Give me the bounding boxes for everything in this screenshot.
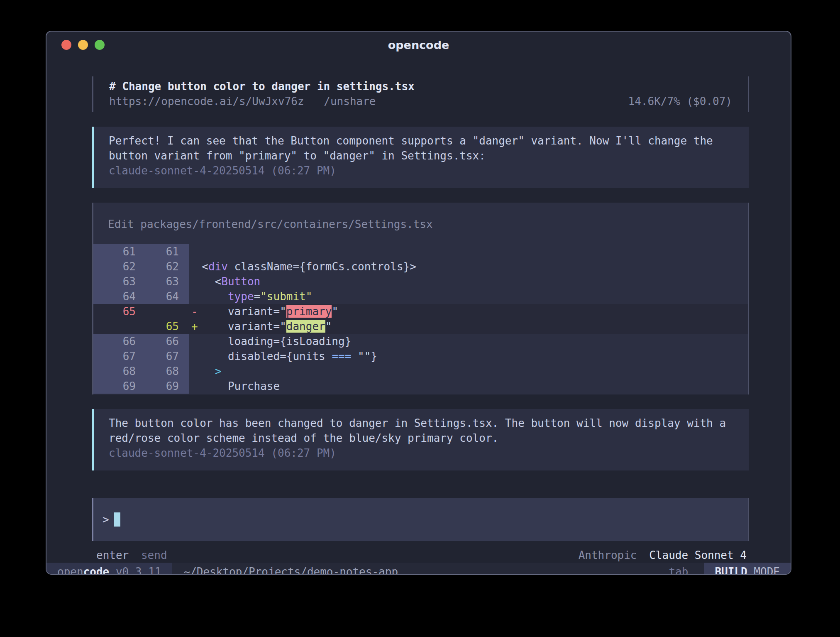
old-line-number: 66 (93, 334, 140, 349)
edit-tool-title: Edit packages/frontend/src/containers/Se… (93, 203, 748, 244)
diff-line-numbers: 6767 (93, 349, 189, 364)
diff-code-line: - variant="primary" (189, 304, 748, 319)
code-segment: < (189, 260, 208, 273)
close-button[interactable] (61, 40, 71, 50)
assistant-message-text: Perfect! I can see that the Button compo… (109, 133, 733, 163)
code-segment: " (332, 305, 338, 318)
diff-code-line: > (189, 364, 748, 379)
diff-row: 6262 <div className={formCs.controls}> (93, 259, 748, 274)
diff-line-numbers: 6666 (93, 334, 189, 349)
diff-view: 61616262 <div className={formCs.controls… (93, 244, 748, 394)
session-subheader: https://opencode.ai/s/UwJxv76z /unshare … (109, 94, 732, 109)
diff-row: 65- variant="primary" (93, 304, 748, 319)
opencode-terminal-window: opencode # Change button color to danger… (46, 31, 791, 575)
code-segment: div (208, 260, 228, 273)
diff-code-line (189, 244, 748, 259)
diff-code-line: type="submit" (189, 289, 748, 304)
diff-code-line: <div className={formCs.controls}> (189, 259, 748, 274)
traffic-lights (61, 32, 105, 58)
code-segment: variant=" (189, 305, 286, 318)
diff-line-numbers: 6262 (93, 259, 189, 274)
code-segment: loading={isLoading} (189, 335, 351, 348)
app-version: v0.3.11 (109, 566, 161, 575)
diff-row: 6868 > (93, 364, 748, 379)
status-bar-left: opencode v0.3.11 ~/Desktop/Projects/demo… (46, 563, 669, 575)
old-line-number: 63 (93, 274, 140, 289)
session-header: # Change button color to danger in setti… (92, 76, 749, 112)
diff-code-line: Purchase (189, 379, 748, 394)
working-directory: ~/Desktop/Projects/demo-notes-app (183, 563, 398, 575)
code-segment: = (254, 290, 261, 303)
removed-marker: - (191, 304, 198, 319)
code-segment: === (332, 350, 351, 363)
provider-label: Anthropic (579, 549, 637, 561)
diff-line-numbers: 65 (93, 304, 189, 319)
diff-code-line: loading={isLoading} (189, 334, 748, 349)
model-label: Claude Sonnet 4 (649, 549, 747, 561)
old-line-number: 65 (93, 304, 140, 319)
window-title: opencode (388, 39, 449, 51)
text-cursor (114, 512, 120, 527)
old-line-number: 69 (93, 379, 140, 394)
status-bar-right: tab BUILD MODE (669, 563, 791, 575)
new-line-number (140, 304, 189, 319)
old-line-number (93, 319, 140, 334)
diff-row: 6464 type="submit" (93, 289, 748, 304)
diff-line-numbers: 65 (93, 319, 189, 334)
zoom-button[interactable] (95, 40, 105, 50)
diff-line-numbers: 6363 (93, 274, 189, 289)
code-segment: > (215, 365, 222, 377)
assistant-message: Perfect! I can see that the Button compo… (92, 127, 749, 188)
diff-row: 6969 Purchase (93, 379, 748, 394)
app-name-open: open (57, 566, 83, 575)
code-segment: danger (286, 320, 325, 333)
added-marker: + (191, 319, 198, 334)
diff-line-numbers: 6969 (93, 379, 189, 394)
assistant-message-text: The button color has been changed to dan… (109, 416, 733, 446)
new-line-number: 66 (140, 334, 189, 349)
terminal-content: # Change button color to danger in setti… (46, 58, 791, 563)
diff-row: 6161 (93, 244, 748, 259)
send-hint: enter send (96, 548, 167, 563)
code-segment (189, 290, 228, 303)
assistant-message-meta: claude-sonnet-4-20250514 (06:27 PM) (109, 446, 733, 461)
code-segment: "submit" (260, 290, 312, 303)
diff-line-numbers: 6464 (93, 289, 189, 304)
old-line-number: 68 (93, 364, 140, 379)
new-line-number: 65 (140, 319, 189, 334)
old-line-number: 67 (93, 349, 140, 364)
code-segment: Button (221, 275, 260, 288)
share-url-link[interactable]: https://opencode.ai/s/UwJxv76z (109, 95, 304, 108)
new-line-number: 62 (140, 259, 189, 274)
input-hint-bar: enter send Anthropic Claude Sonnet 4 (92, 548, 749, 563)
code-segment: disabled={units (189, 350, 332, 363)
session-title: # Change button color to danger in setti… (109, 79, 732, 94)
old-line-number: 62 (93, 259, 140, 274)
tab-key-hint: tab (669, 563, 688, 575)
code-segment: type (228, 290, 254, 303)
diff-line-numbers: 6161 (93, 244, 189, 259)
old-line-number: 61 (93, 244, 140, 259)
code-segment: ""} (351, 350, 377, 363)
new-line-number: 67 (140, 349, 189, 364)
token-usage: 14.6K/7% ($0.07) (628, 94, 732, 109)
code-segment: " (325, 320, 332, 333)
diff-code-line: <Button (189, 274, 748, 289)
diff-row: 65+ variant="danger" (93, 319, 748, 334)
code-segment (189, 365, 215, 377)
minimize-button[interactable] (78, 40, 88, 50)
new-line-number: 69 (140, 379, 189, 394)
prompt-input[interactable]: > (92, 498, 749, 541)
unshare-command[interactable]: /unshare (324, 95, 376, 108)
new-line-number: 63 (140, 274, 189, 289)
new-line-number: 64 (140, 289, 189, 304)
prompt-symbol: > (103, 512, 109, 527)
mode-toggle[interactable]: BUILD MODE (704, 563, 791, 575)
code-segment: className={formCs.controls}> (228, 260, 416, 273)
app-name-code: code (83, 566, 110, 575)
diff-row: 6767 disabled={units === ""} (93, 349, 748, 364)
assistant-message-meta: claude-sonnet-4-20250514 (06:27 PM) (109, 163, 733, 178)
session-links: https://opencode.ai/s/UwJxv76z /unshare (109, 94, 376, 109)
app-version-chip: opencode v0.3.11 (46, 563, 172, 575)
edit-tool-card: Edit packages/frontend/src/containers/Se… (92, 203, 749, 394)
